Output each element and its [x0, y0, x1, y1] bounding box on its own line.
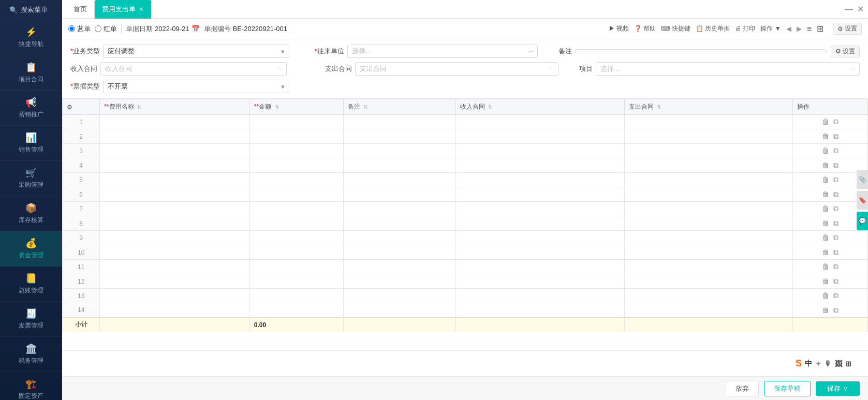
col-header-name[interactable]: **费用名称 ⇅ [100, 99, 249, 115]
row-copy-5[interactable]: ⧉ [833, 175, 838, 184]
nav-next-btn[interactable]: ▶ [797, 25, 802, 33]
save-draft-button[interactable]: 保存草稿 [764, 381, 811, 396]
row-delete-10[interactable]: 🗑 [822, 248, 829, 256]
row-delete-5[interactable]: 🗑 [822, 175, 829, 184]
col-header-income[interactable]: 收入合同 ⇅ [455, 99, 624, 115]
view-grid-btn[interactable]: ⊞ [817, 24, 823, 34]
row-name-10[interactable] [100, 245, 249, 260]
print-btn[interactable]: 🖨 打印 [735, 24, 755, 33]
side-bookmark-icon[interactable]: 🔖 [857, 191, 868, 210]
side-chat-icon[interactable]: 💬 [857, 212, 868, 230]
row-note-6[interactable] [343, 187, 455, 202]
row-expense-10[interactable] [624, 245, 793, 260]
logo-grid[interactable]: ⊞ [845, 360, 851, 368]
sidebar-item-project-contract[interactable]: 📋 项目合同 [0, 55, 62, 91]
sidebar-item-fund-mgmt[interactable]: 💰 资金管理 [0, 231, 62, 266]
sidebar-item-sales-mgmt[interactable]: 📊 销售管理 [0, 126, 62, 161]
row-delete-9[interactable]: 🗑 [822, 233, 829, 242]
counterpart-input[interactable]: 选择... ··· [347, 45, 538, 58]
row-amount-4[interactable] [249, 158, 343, 173]
row-copy-11[interactable]: ⧉ [833, 262, 838, 271]
row-expense-8[interactable] [624, 216, 793, 231]
row-delete-12[interactable]: 🗑 [822, 277, 829, 285]
row-expense-12[interactable] [624, 274, 793, 289]
save-button[interactable]: 保存 ∨ [816, 381, 860, 396]
row-name-8[interactable] [100, 216, 249, 231]
tab-close-button[interactable]: ✕ [139, 6, 144, 13]
sidebar-search[interactable]: 🔍 搜索菜单 [0, 0, 62, 20]
row-copy-13[interactable]: ⧉ [833, 291, 838, 300]
sort-amount-icon[interactable]: ⇅ [275, 104, 279, 110]
row-note-9[interactable] [343, 231, 455, 245]
help-btn[interactable]: ❓ 帮助 [634, 24, 656, 33]
sidebar-item-tax-mgmt[interactable]: 🏛️ 税务管理 [0, 337, 62, 372]
row-expense-11[interactable] [624, 260, 793, 274]
row-note-2[interactable] [343, 129, 455, 144]
row-delete-1[interactable]: 🗑 [822, 117, 829, 126]
history-btn[interactable]: 📋 历史单据 [696, 24, 730, 33]
row-name-7[interactable] [100, 202, 249, 216]
sidebar-item-quick-nav[interactable]: ⚡ 快捷导航 [0, 20, 62, 55]
row-copy-1[interactable]: ⧉ [833, 117, 838, 126]
row-income-3[interactable] [455, 144, 624, 158]
sort-expense-icon[interactable]: ⇅ [657, 104, 661, 110]
row-amount-1[interactable] [249, 115, 343, 129]
sidebar-item-marketing[interactable]: 📢 营销推广 [0, 91, 62, 126]
note-input[interactable] [575, 49, 827, 53]
row-amount-5[interactable] [249, 173, 343, 187]
row-name-14[interactable] [100, 303, 249, 318]
row-note-4[interactable] [343, 158, 455, 173]
col-header-note[interactable]: 备注 ⇅ [343, 99, 455, 115]
row-income-6[interactable] [455, 187, 624, 202]
row-name-6[interactable] [100, 187, 249, 202]
tab-expense-bill[interactable]: 费用支出单 ✕ [95, 0, 152, 19]
row-expense-3[interactable] [624, 144, 793, 158]
row-delete-13[interactable]: 🗑 [822, 291, 829, 300]
sidebar-item-purchase-mgmt[interactable]: 🛒 采购管理 [0, 161, 62, 196]
sidebar-item-ledger-mgmt[interactable]: 📒 总账管理 [0, 266, 62, 302]
row-expense-7[interactable] [624, 202, 793, 216]
blue-radio-input[interactable] [68, 25, 75, 32]
doc-num-value[interactable]: BE-20220921-001 [233, 25, 288, 33]
row-copy-12[interactable]: ⧉ [833, 277, 838, 285]
row-income-2[interactable] [455, 129, 624, 144]
row-delete-2[interactable]: 🗑 [822, 132, 829, 140]
logo-img[interactable]: 🖼 [835, 360, 842, 368]
sidebar-item-fixed-assets[interactable]: 🏗️ 固定资产 [0, 372, 62, 400]
row-note-5[interactable] [343, 173, 455, 187]
row-amount-6[interactable] [249, 187, 343, 202]
row-note-12[interactable] [343, 274, 455, 289]
row-note-8[interactable] [343, 216, 455, 231]
row-amount-9[interactable] [249, 231, 343, 245]
row-income-13[interactable] [455, 289, 624, 303]
row-name-13[interactable] [100, 289, 249, 303]
col-header-settings[interactable]: ⚙ [63, 99, 100, 115]
blue-radio[interactable]: 蓝单 [68, 24, 91, 34]
date-field-value[interactable]: 2022-09-21 [155, 25, 189, 33]
discard-button[interactable]: 放弃 [726, 381, 759, 396]
video-btn[interactable]: ▶ 视频 [609, 24, 629, 33]
row-note-13[interactable] [343, 289, 455, 303]
row-copy-3[interactable]: ⧉ [833, 146, 838, 155]
row-expense-2[interactable] [624, 129, 793, 144]
red-radio[interactable]: 红单 [95, 24, 117, 34]
row-note-11[interactable] [343, 260, 455, 274]
row-note-3[interactable] [343, 144, 455, 158]
row-copy-7[interactable]: ⧉ [833, 204, 838, 213]
row-copy-8[interactable]: ⧉ [833, 219, 838, 227]
row-income-12[interactable] [455, 274, 624, 289]
red-radio-input[interactable] [95, 25, 101, 32]
row-note-1[interactable] [343, 115, 455, 129]
row-income-1[interactable] [455, 115, 624, 129]
row-delete-3[interactable]: 🗑 [822, 146, 829, 155]
row-delete-6[interactable]: 🗑 [822, 190, 829, 198]
sort-name-icon[interactable]: ⇅ [137, 104, 141, 110]
minimize-button[interactable]: — [845, 5, 853, 14]
row-delete-8[interactable]: 🗑 [822, 219, 829, 227]
row-amount-8[interactable] [249, 216, 343, 231]
row-income-14[interactable] [455, 303, 624, 318]
sort-note-icon[interactable]: ⇅ [363, 104, 367, 110]
more-ops-btn[interactable]: 操作 ▼ [760, 24, 781, 33]
row-income-10[interactable] [455, 245, 624, 260]
row-expense-9[interactable] [624, 231, 793, 245]
